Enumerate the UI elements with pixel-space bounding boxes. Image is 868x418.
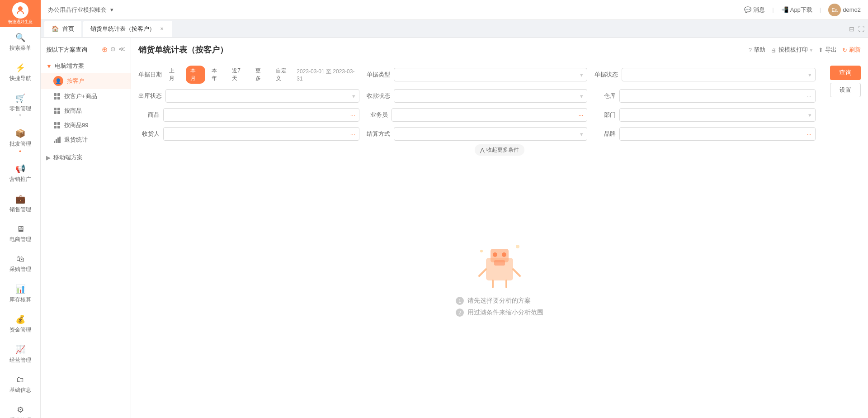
sidebar-item-operations[interactable]: 📈 经营管理	[0, 339, 40, 370]
brand-dots-icon: ···	[807, 131, 811, 138]
date-range-display: 2023-03-01 至 2023-03-31	[297, 68, 359, 82]
scheme-item-by-product-99[interactable]: 按商品99	[41, 118, 131, 133]
sidebar-item-system[interactable]: ⚙ 系统管理	[0, 399, 40, 418]
export-icon: ⬆	[818, 47, 823, 53]
scheme-collapse-icon[interactable]: ≪	[118, 45, 125, 54]
empty-state: 1 请先选择要分析的方案 2 用过滤条件来缩小分析范围	[131, 165, 868, 418]
setting-button[interactable]: 设置	[830, 83, 861, 97]
scheme-item-by-customer[interactable]: 👤 按客户	[41, 73, 131, 89]
svg-rect-16	[59, 137, 61, 143]
scheme-add-icon[interactable]: ⊕	[102, 45, 108, 54]
date-btn-last-7days[interactable]: 近7天	[228, 66, 249, 84]
right-content: 销货单统计表（按客户） ? 帮助 🖨 按模板打印 ▾ ⬆ 导出	[131, 38, 868, 418]
template-print-button[interactable]: 🖨 按模板打印 ▾	[771, 46, 813, 54]
tab-home[interactable]: 🏠 首页	[44, 21, 81, 37]
sidebar-item-inventory[interactable]: 📊 库存核算	[0, 279, 40, 309]
sidebar-item-marketing[interactable]: 📢 营销推广	[0, 158, 40, 189]
home-icon: 🏠	[52, 25, 59, 32]
doc-status-arrow-icon: ▾	[808, 71, 811, 78]
date-btn-this-year[interactable]: 本年	[208, 66, 226, 84]
svg-rect-7	[54, 111, 57, 114]
by-customer-product-icon	[53, 93, 61, 100]
date-btn-last-month[interactable]: 上月	[165, 66, 183, 84]
settlement-select[interactable]: ▾	[394, 127, 588, 141]
date-btn-more[interactable]: 更多	[252, 66, 269, 84]
sidebar-item-purchase[interactable]: 🛍 采购管理	[0, 249, 40, 279]
department-arrow-icon: ▾	[808, 112, 811, 119]
wholesale-icon: 📦	[15, 128, 25, 138]
scheme-item-by-customer-product[interactable]: 按客户+商品	[41, 89, 131, 104]
filter-main-row: 单据日期 上月 本月 本年 近7天 更多 自定义	[138, 66, 861, 141]
collapse-row: ⋀ 收起更多条件	[138, 141, 861, 159]
warehouse-dots-icon: ···	[807, 93, 811, 100]
sidebar-item-ecommerce[interactable]: 🖥 电商管理	[0, 219, 40, 249]
logo-icon	[12, 2, 28, 19]
date-btn-custom[interactable]: 自定义	[272, 66, 295, 84]
sidebar-item-search[interactable]: 🔍 搜索菜单	[0, 27, 40, 57]
product-select[interactable]: ···	[163, 108, 359, 122]
empty-illustration	[472, 235, 527, 290]
tab-sales-stat[interactable]: 销货单统计表（按客户） ✕	[83, 21, 172, 37]
date-btn-this-month[interactable]: 本月	[186, 66, 205, 84]
department-select[interactable]: ▾	[619, 108, 816, 122]
doc-status-select[interactable]: ▾	[622, 68, 816, 81]
export-button[interactable]: ⬆ 导出	[818, 46, 837, 54]
tab-close-icon[interactable]: ✕	[159, 26, 165, 32]
brand-select[interactable]: ···	[619, 127, 816, 141]
filter-row-3: 商品 ··· 业务员 ···	[138, 108, 816, 122]
main-area: 办公用品行业模拟账套 ▾ 💬 消息 | 📲 App下载 | Ea demo2 🏠…	[41, 0, 868, 418]
salesperson-dots-icon: ···	[578, 112, 583, 119]
svg-line-22	[479, 269, 486, 276]
user-menu[interactable]: Ea demo2	[828, 4, 861, 16]
header-actions: 💬 消息 | 📲 App下载 | Ea demo2	[744, 4, 861, 16]
warehouse-label: 仓库	[594, 92, 619, 100]
query-button[interactable]: 查询	[830, 66, 861, 80]
product-dots-icon: ···	[350, 112, 355, 119]
svg-rect-14	[56, 139, 57, 143]
scheme-item-return-stat[interactable]: 退货统计	[41, 133, 131, 147]
sidebar-item-basic[interactable]: 🗂 基础信息	[0, 370, 40, 399]
svg-rect-9	[54, 122, 57, 125]
svg-rect-2	[57, 93, 60, 96]
salesperson-filter-item: 业务员 ···	[367, 108, 588, 122]
collapse-icon: ⋀	[480, 147, 485, 153]
warehouse-select[interactable]: ···	[619, 89, 816, 103]
refresh-button[interactable]: ↻ 刷新	[842, 46, 861, 54]
search-icon: 🔍	[15, 33, 25, 43]
tab-minimize-icon[interactable]: ⊟	[849, 25, 854, 33]
brand-label: 品牌	[594, 130, 619, 138]
svg-rect-11	[54, 126, 57, 128]
breadcrumb-arrow-icon: ▾	[110, 6, 113, 13]
sidebar-item-shortcut[interactable]: ⚡ 快捷导航	[0, 57, 40, 88]
doc-type-label: 单据类型	[367, 71, 394, 79]
sidebar-item-sales[interactable]: 💼 销售管理	[0, 189, 40, 219]
filter-row-1: 单据日期 上月 本月 本年 近7天 更多 自定义	[138, 66, 816, 84]
message-button[interactable]: 💬 消息	[744, 6, 765, 14]
out-status-label: 出库状态	[138, 92, 165, 100]
salesperson-select[interactable]: ···	[392, 108, 588, 122]
receiver-select[interactable]: ···	[163, 127, 359, 141]
tab-expand-icon[interactable]: ⛶	[858, 25, 864, 33]
scheme-group-pc-title[interactable]: ▼ 电脑端方案	[41, 59, 131, 73]
app-download-button[interactable]: 📲 App下载	[781, 6, 812, 14]
empty-text: 1 请先选择要分析的方案 2 用过滤条件来缩小分析范围	[456, 297, 543, 320]
scheme-panel-header: 按以下方案查询 ⊕ ⊙ ≪	[41, 42, 131, 57]
scheme-panel: 按以下方案查询 ⊕ ⊙ ≪ ▼ 电脑端方案 👤 按客户	[41, 38, 131, 418]
scheme-group-mobile-title[interactable]: ▶ 移动端方案	[41, 151, 131, 164]
svg-point-27	[516, 245, 519, 248]
help-button[interactable]: ? 帮助	[749, 46, 765, 54]
doc-type-select[interactable]: ▾	[394, 68, 588, 81]
receiver-filter-item: 收货人 ···	[138, 127, 359, 141]
sidebar-item-wholesale[interactable]: 📦 批发管理 ▴	[0, 123, 40, 158]
out-status-select[interactable]: ▾	[165, 89, 359, 103]
product-filter-item: 商品 ···	[138, 108, 359, 122]
receiver-label: 收货人	[138, 130, 163, 138]
sidebar-item-retail[interactable]: 🛒 零售管理 ▾	[0, 88, 40, 123]
svg-rect-6	[57, 108, 60, 110]
collapse-button[interactable]: ⋀ 收起更多条件	[475, 144, 524, 156]
scheme-settings-icon[interactable]: ⊙	[110, 45, 116, 54]
receipt-status-select[interactable]: ▾	[394, 89, 588, 103]
settlement-arrow-icon: ▾	[580, 131, 583, 138]
scheme-item-by-product[interactable]: 按商品	[41, 104, 131, 118]
sidebar-item-finance[interactable]: 💰 资金管理	[0, 309, 40, 339]
